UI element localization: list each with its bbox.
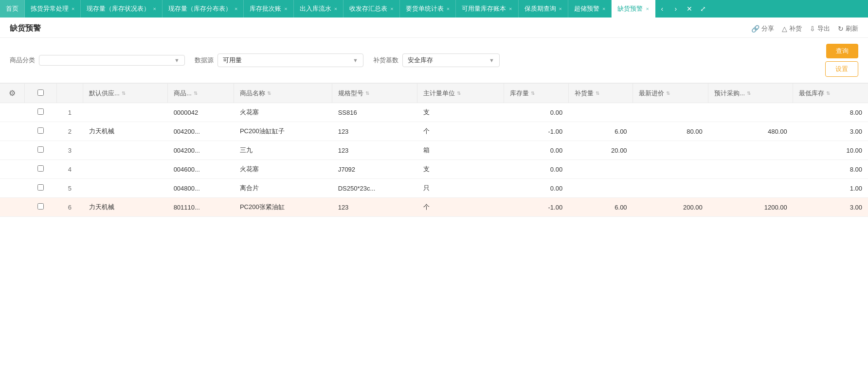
tab-available-ledger[interactable]: 可用量库存账本 ×: [456, 0, 518, 18]
td-latest-price: [633, 141, 708, 160]
datasource-select[interactable]: 可用量 ▼: [217, 53, 363, 67]
tab-close-overstock[interactable]: ×: [602, 6, 605, 12]
tab-home[interactable]: 首页: [0, 0, 25, 18]
tab-close-expiry[interactable]: ×: [559, 6, 562, 12]
replenish-base-select[interactable]: 安全库存 ▼: [402, 53, 500, 67]
tab-close-order-stats[interactable]: ×: [447, 6, 450, 12]
td-checkbox[interactable]: [24, 198, 56, 217]
tab-stock-status[interactable]: 现存量（库存状况表） ×: [81, 0, 162, 18]
row-checkbox[interactable]: [37, 127, 44, 134]
th-spec[interactable]: 规格型号 ⇅: [332, 84, 417, 103]
th-estimated-purchase[interactable]: 预计采购... ⇅: [708, 84, 793, 103]
chevron-down-icon-2: ▼: [353, 57, 358, 63]
tab-close-stock-status[interactable]: ×: [153, 6, 156, 12]
td-spec: SS816: [332, 103, 417, 122]
th-product-name[interactable]: 商品名称 ⇅: [234, 84, 332, 103]
tab-overstock[interactable]: 超储预警 ×: [568, 0, 612, 18]
tab-close-shortage[interactable]: ×: [646, 6, 649, 12]
tab-scroll-right[interactable]: ›: [669, 0, 683, 18]
tab-recv-summary[interactable]: 收发存汇总表 ×: [344, 0, 399, 18]
td-default-supplier: [83, 103, 168, 122]
table-body: 1 0000042 火花塞 SS816 支 0.00 8.00 2 力天机械 0…: [0, 103, 868, 217]
select-all-checkbox[interactable]: [37, 89, 44, 96]
gear-icon[interactable]: ⚙: [9, 89, 16, 97]
tab-close-recv-summary[interactable]: ×: [390, 6, 393, 12]
datasource-filter-group: 数据源 可用量 ▼: [195, 53, 363, 67]
row-checkbox[interactable]: [37, 184, 44, 191]
td-checkbox[interactable]: [24, 122, 56, 141]
td-product-code: 801110...: [168, 198, 234, 217]
td-stock: 0.00: [504, 141, 568, 160]
row-checkbox[interactable]: [37, 203, 44, 210]
th-latest-price[interactable]: 最新进价 ⇅: [633, 84, 708, 103]
tab-close-available-ledger[interactable]: ×: [509, 6, 512, 12]
td-checkbox[interactable]: [24, 179, 56, 198]
row-checkbox[interactable]: [37, 108, 44, 115]
category-label: 商品分类: [10, 56, 35, 65]
th-checkbox: [24, 84, 56, 103]
th-product-code[interactable]: 商品... ⇅: [168, 84, 234, 103]
tab-scroll-left[interactable]: ‹: [655, 0, 669, 18]
td-min-stock: 1.00: [793, 179, 868, 198]
td-product-name: PC200张紧油缸: [234, 198, 332, 217]
th-default-supplier[interactable]: 默认供应... ⇅: [83, 84, 168, 103]
td-checkbox[interactable]: [24, 160, 56, 179]
td-replenish-qty: [568, 103, 633, 122]
table-row: 6 力天机械 801110... PC200张紧油缸 123 个 -1.00 6…: [0, 198, 868, 217]
tab-stock-dist[interactable]: 现存量（库存分布表） ×: [163, 0, 244, 18]
tab-maximize[interactable]: ⤢: [696, 0, 710, 18]
th-stock[interactable]: 库存量 ⇅: [504, 84, 568, 103]
replenish-button[interactable]: △ 补货: [782, 24, 802, 33]
query-button[interactable]: 查询: [826, 44, 858, 58]
sort-icon-spec: ⇅: [365, 90, 369, 96]
table-header-row: ⚙ 默认供应... ⇅ 商品...: [0, 84, 868, 103]
row-checkbox[interactable]: [37, 165, 44, 172]
td-checkbox[interactable]: [24, 103, 56, 122]
td-product-code: 004200...: [168, 141, 234, 160]
data-table: ⚙ 默认供应... ⇅ 商品...: [0, 83, 868, 217]
td-latest-price: [633, 103, 708, 122]
td-latest-price: 200.00: [633, 198, 708, 217]
export-button[interactable]: ⇩ 导出: [810, 24, 830, 33]
tab-batch-account[interactable]: 库存批次账 ×: [244, 0, 293, 18]
td-estimated-purchase: [708, 141, 793, 160]
tab-bar: 首页 拣货异常处理 × 现存量（库存状况表） × 现存量（库存分布表） × 库存…: [0, 0, 868, 18]
td-latest-price: 80.00: [633, 122, 708, 141]
header-actions: 🔗 分享 △ 补货 ⇩ 导出 ↻ 刷新: [751, 24, 858, 33]
td-estimated-purchase: 1200.00: [708, 198, 793, 217]
datasource-label: 数据源: [195, 56, 214, 65]
sort-icon-name: ⇅: [267, 90, 271, 96]
th-replenish-qty[interactable]: 补货量 ⇅: [568, 84, 633, 103]
th-min-stock[interactable]: 最低库存 ⇅: [793, 84, 868, 103]
td-replenish-qty: [568, 179, 633, 198]
sort-icon-price: ⇅: [666, 90, 670, 96]
tab-in-out-flow[interactable]: 出入库流水 ×: [294, 0, 344, 18]
td-stock: -1.00: [504, 122, 568, 141]
tab-order-stats[interactable]: 要货单统计表 ×: [400, 0, 456, 18]
tab-abnormal[interactable]: 拣货异常处理 ×: [25, 0, 81, 18]
settings-button[interactable]: 设置: [825, 61, 858, 77]
tab-shortage[interactable]: 缺货预警 ×: [612, 0, 655, 18]
tab-close-batch-account[interactable]: ×: [284, 6, 287, 12]
share-button[interactable]: 🔗 分享: [751, 24, 774, 33]
tab-expiry[interactable]: 保质期查询 ×: [519, 0, 568, 18]
refresh-button[interactable]: ↻ 刷新: [838, 24, 858, 33]
sort-icon-code: ⇅: [194, 90, 198, 96]
td-min-stock: 8.00: [793, 103, 868, 122]
td-row-num: 1: [56, 103, 83, 122]
tab-close-all[interactable]: ✕: [683, 0, 696, 18]
td-product-name: 火花塞: [234, 160, 332, 179]
category-select[interactable]: ▼: [39, 55, 185, 66]
tab-close-in-out-flow[interactable]: ×: [334, 6, 337, 12]
td-stock: -1.00: [504, 198, 568, 217]
td-row-num: 2: [56, 122, 83, 141]
td-min-stock: 10.00: [793, 141, 868, 160]
td-product-code: 004800...: [168, 179, 234, 198]
td-checkbox[interactable]: [24, 141, 56, 160]
th-unit[interactable]: 主计量单位 ⇅: [417, 84, 504, 103]
td-unit: 只: [417, 179, 504, 198]
td-replenish-qty: 6.00: [568, 198, 633, 217]
tab-close-abnormal[interactable]: ×: [72, 6, 74, 12]
tab-close-stock-dist[interactable]: ×: [235, 6, 237, 12]
row-checkbox[interactable]: [37, 146, 44, 153]
